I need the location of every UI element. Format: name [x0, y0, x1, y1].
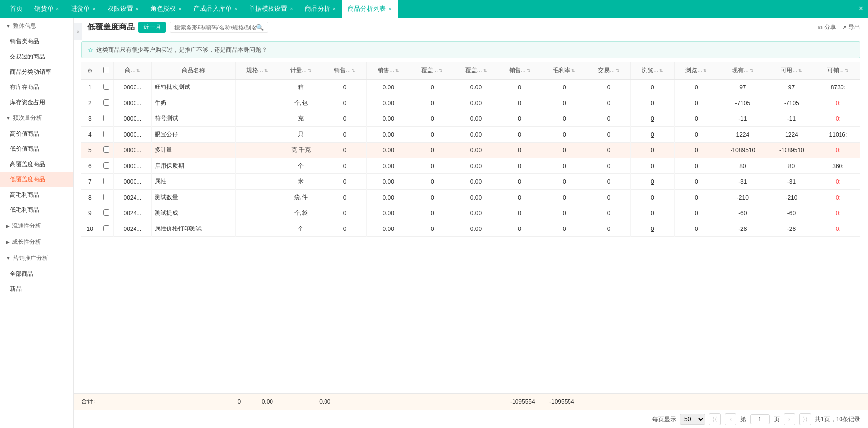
row-checkbox[interactable]: [99, 95, 113, 111]
th-code[interactable]: 商...⇅: [113, 62, 152, 79]
row-browse1[interactable]: 0: [631, 111, 675, 127]
row-browse1[interactable]: 0: [631, 205, 675, 221]
row-checkbox[interactable]: [99, 79, 113, 95]
row-select-checkbox[interactable]: [103, 99, 109, 106]
row-browse1[interactable]: 0: [631, 158, 675, 174]
close-icon[interactable]: ×: [136, 6, 138, 12]
row-checkbox[interactable]: [99, 127, 113, 143]
close-icon[interactable]: ×: [234, 6, 237, 12]
sidebar-item-new-products[interactable]: 新品: [0, 282, 73, 297]
nav-role-auth[interactable]: 角色授权 ×: [144, 0, 187, 18]
th-current[interactable]: 现有...⇅: [718, 62, 767, 79]
row-checkbox[interactable]: [99, 221, 113, 237]
close-icon[interactable]: ×: [92, 6, 95, 12]
th-margin[interactable]: 毛利率⇅: [542, 62, 587, 79]
th-sellable[interactable]: 可销...⇅: [816, 62, 860, 79]
sidebar-item-low-margin[interactable]: 低毛利商品: [0, 202, 73, 218]
nav-permission-settings[interactable]: 权限设置 ×: [102, 0, 144, 18]
th-browse1[interactable]: 浏览...⇅: [631, 62, 675, 79]
sidebar-item-category-rate[interactable]: 商品分类动销率: [0, 64, 73, 80]
nav-purchase-order[interactable]: 进货单 ×: [65, 0, 101, 18]
select-all-checkbox[interactable]: [103, 67, 109, 73]
close-icon[interactable]: ×: [388, 6, 391, 12]
th-settings[interactable]: ⚙: [81, 62, 99, 79]
th-available[interactable]: 可用...⇅: [767, 62, 816, 79]
row-checkbox[interactable]: [99, 158, 113, 174]
row-select-checkbox[interactable]: [103, 115, 109, 121]
time-filter-button[interactable]: 近一月: [138, 22, 166, 33]
th-unit[interactable]: 计量...⇅: [279, 62, 323, 79]
row-browse1[interactable]: 0: [631, 143, 675, 158]
sidebar-collapse-button[interactable]: «: [74, 23, 82, 40]
row-browse1[interactable]: 0: [631, 221, 675, 237]
row-browse1[interactable]: 0: [631, 79, 675, 95]
close-all-tabs-button[interactable]: ×: [859, 4, 863, 13]
nav-sales-order[interactable]: 销货单 ×: [28, 0, 65, 18]
sidebar-section-frequency[interactable]: ▼ 频次量分析: [0, 110, 73, 126]
first-page-button[interactable]: ⟨⟨: [709, 413, 721, 425]
sidebar-item-sales-products[interactable]: 销售类商品: [0, 34, 73, 49]
nav-template-settings[interactable]: 单据模板设置 ×: [243, 0, 298, 18]
sidebar-item-stocked-products[interactable]: 有库存商品: [0, 80, 73, 95]
last-page-button[interactable]: ⟩⟩: [799, 413, 811, 425]
close-icon[interactable]: ×: [290, 6, 293, 12]
sidebar-item-high-value[interactable]: 高价值商品: [0, 126, 73, 142]
th-sales3[interactable]: 销售...⇅: [498, 62, 542, 79]
nav-product-analysis-list[interactable]: 商品分析列表 ×: [342, 0, 397, 18]
row-checkbox[interactable]: [99, 111, 113, 127]
row-select-checkbox[interactable]: [103, 225, 109, 231]
row-select-checkbox[interactable]: [103, 178, 109, 184]
sidebar-item-inventory-capital[interactable]: 库存资金占用: [0, 95, 73, 110]
share-button[interactable]: ⧉ 分享: [818, 23, 836, 31]
row-checkbox[interactable]: [99, 174, 113, 190]
close-icon[interactable]: ×: [178, 6, 181, 12]
th-sales1[interactable]: 销售...⇅: [323, 62, 366, 79]
row-browse1[interactable]: 0: [631, 174, 675, 190]
row-margin: 0: [542, 111, 587, 127]
sidebar-item-low-coverage[interactable]: 低覆盖度商品: [0, 172, 73, 187]
row-browse1[interactable]: 0: [631, 95, 675, 111]
sidebar-item-high-coverage[interactable]: 高覆盖度商品: [0, 157, 73, 172]
row-margin: 0: [542, 95, 587, 111]
row-checkbox[interactable]: [99, 190, 113, 205]
sidebar-item-low-value[interactable]: 低价值商品: [0, 142, 73, 157]
sidebar-section-overall[interactable]: ▼ 整体信息: [0, 18, 73, 34]
row-select-checkbox[interactable]: [103, 146, 109, 153]
sidebar-item-high-margin[interactable]: 高毛利商品: [0, 187, 73, 202]
th-trade[interactable]: 交易...⇅: [587, 62, 631, 79]
close-icon[interactable]: ×: [56, 6, 59, 12]
sidebar-section-marketing[interactable]: ▼ 营销推广分析: [0, 250, 73, 266]
row-checkbox[interactable]: [99, 143, 113, 158]
row-browse1[interactable]: 0: [631, 190, 675, 205]
row-select-checkbox[interactable]: [103, 194, 109, 200]
nav-production-inbound[interactable]: 产成品入库单 ×: [188, 0, 243, 18]
sidebar-item-traded-products[interactable]: 交易过的商品: [0, 49, 73, 64]
row-sales2: 0.00: [367, 174, 410, 190]
row-browse2: 0: [675, 221, 718, 237]
search-input[interactable]: [174, 24, 256, 31]
nav-home[interactable]: 首页: [4, 0, 28, 18]
next-page-button[interactable]: ›: [784, 413, 795, 425]
th-browse2[interactable]: 浏览...⇅: [675, 62, 718, 79]
th-cover1[interactable]: 覆盖...⇅: [410, 62, 454, 79]
th-sales2[interactable]: 销售...⇅: [367, 62, 410, 79]
th-spec[interactable]: 规格...⇅: [235, 62, 279, 79]
close-icon[interactable]: ×: [333, 6, 336, 12]
row-select-checkbox[interactable]: [103, 131, 109, 137]
row-browse1[interactable]: 0: [631, 127, 675, 143]
row-select-checkbox[interactable]: [103, 209, 109, 216]
sidebar-section-flow[interactable]: ▶ 流通性分析: [0, 218, 73, 234]
row-checkbox[interactable]: [99, 205, 113, 221]
th-cover2[interactable]: 覆盖...⇅: [454, 62, 498, 79]
nav-product-analysis[interactable]: 商品分析 ×: [299, 0, 342, 18]
page-size-select[interactable]: 50 100 200: [680, 414, 705, 425]
row-select-checkbox[interactable]: [103, 84, 109, 90]
sidebar-item-all-products[interactable]: 全部商品: [0, 266, 73, 282]
page-number-input[interactable]: [750, 414, 770, 424]
row-select-checkbox[interactable]: [103, 162, 109, 169]
prev-page-button[interactable]: ‹: [725, 413, 736, 425]
search-icon[interactable]: 🔍: [256, 24, 264, 31]
export-button[interactable]: ↗ 导出: [842, 23, 860, 31]
th-checkbox[interactable]: [99, 62, 113, 79]
sidebar-section-growth[interactable]: ▶ 成长性分析: [0, 234, 73, 250]
